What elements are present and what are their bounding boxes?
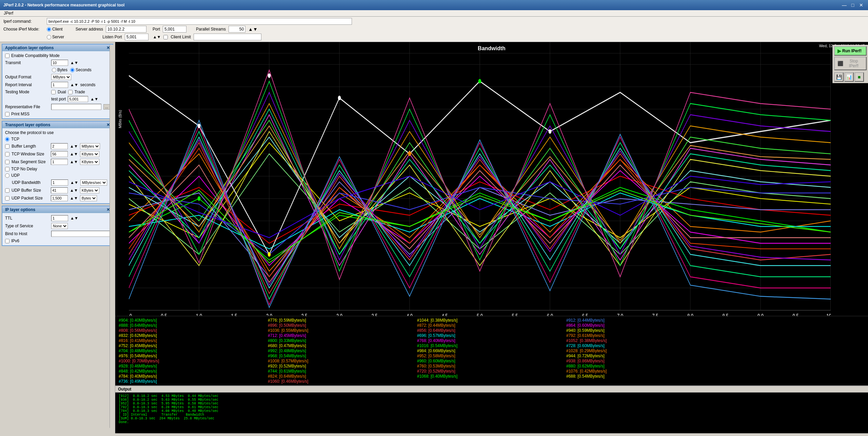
app-layer-header: Application layer options ✕ xyxy=(2,44,113,51)
parallel-streams-input[interactable] xyxy=(229,26,245,33)
window-controls: — □ ✕ xyxy=(841,2,865,8)
maximize-button[interactable]: □ xyxy=(849,2,856,8)
ubuf-spinner[interactable]: ▲▼ xyxy=(70,188,78,193)
tcp-row: TCP xyxy=(5,137,110,141)
stat-872: #872: [0.44MBytes/s] xyxy=(417,323,566,328)
window-title: JPerf 2.0.2 - Network performance measur… xyxy=(3,3,124,7)
svg-text:7.5: 7.5 xyxy=(652,313,658,316)
udp-bandwidth-input[interactable] xyxy=(51,179,68,186)
udp-radio[interactable] xyxy=(5,173,9,178)
seconds-radio[interactable]: Seconds xyxy=(70,68,92,72)
transmit-unit-row: Bytes Seconds xyxy=(5,68,110,72)
buffer-length-unit[interactable]: MBytes xyxy=(80,143,100,149)
run-button[interactable]: ▶ Run IPerf! xyxy=(834,46,867,56)
udp-packet-input[interactable] xyxy=(51,195,68,201)
udp-buffer-checkbox[interactable] xyxy=(5,188,9,193)
server-address-input[interactable] xyxy=(106,26,146,33)
left-scrollbar[interactable] xyxy=(110,45,115,428)
svg-point-71 xyxy=(268,73,271,78)
ttl-input[interactable] xyxy=(51,215,68,221)
max-seg-checkbox[interactable] xyxy=(5,160,9,164)
rep-file-input[interactable] xyxy=(51,104,101,110)
stat-752: #752: [0.45MBytes/s] xyxy=(119,343,268,348)
menu-jperf[interactable]: JPerf xyxy=(2,10,15,16)
y-axis-label: MBits (B/s) xyxy=(118,110,122,128)
spinner-icon[interactable]: ▲▼ xyxy=(153,35,161,39)
udp-buffer-unit[interactable]: KBytes xyxy=(80,187,99,193)
svg-point-73 xyxy=(478,79,481,83)
stat-824: #824: [0.64MBytes/s] xyxy=(268,374,417,379)
tcp-window-unit[interactable]: KBytes xyxy=(80,151,99,157)
max-seg-input[interactable] xyxy=(51,159,68,165)
test-port-spinner[interactable]: ▲▼ xyxy=(90,97,98,101)
output-content[interactable]: [912] 0.0-10.2 sec 4.53 MBytes 0.44 MByt… xyxy=(115,393,868,433)
trade-checkbox[interactable] xyxy=(68,90,73,94)
tw-spinner[interactable]: ▲▼ xyxy=(70,152,78,156)
transmit-input[interactable] xyxy=(51,60,68,66)
ms-spinner[interactable]: ▲▼ xyxy=(70,159,78,164)
tcp-nodelay-checkbox[interactable] xyxy=(5,167,9,171)
stat-976: #976: [0.54MBytes/s] xyxy=(119,354,268,358)
title-bar: JPerf 2.0.2 - Network performance measur… xyxy=(0,0,868,10)
bytes-radio[interactable]: Bytes xyxy=(52,68,67,72)
test-port-input[interactable] xyxy=(68,96,88,102)
save-icon-button[interactable]: 💾 xyxy=(834,72,844,82)
tcp-window-input[interactable] xyxy=(51,151,68,157)
udp-buffer-input[interactable] xyxy=(51,187,68,193)
stat-800: #800: [0.33MBytes/s] xyxy=(268,338,417,343)
stat-808: #808: [0.56MBytes/s] xyxy=(119,328,268,333)
stat-896: #896: [0.50MBytes/s] xyxy=(268,323,417,328)
bandwidth-svg: 1.15 1.10 1.05 1.00 0.95 0.90 0.85 0.80 … xyxy=(129,42,831,316)
max-seg-row: Max Segment Size ▲▼ KBytes xyxy=(5,159,110,165)
buffer-length-input[interactable] xyxy=(51,143,68,149)
close-button[interactable]: ✕ xyxy=(858,2,865,8)
stat-938: #938: [0.86MBytes/s] xyxy=(566,359,715,363)
iperf-command-input[interactable] xyxy=(47,18,352,25)
server-mode-radio[interactable]: Server xyxy=(47,35,64,39)
max-seg-unit[interactable]: KBytes xyxy=(80,159,99,165)
svg-text:6.5: 6.5 xyxy=(582,313,588,316)
dual-checkbox[interactable] xyxy=(51,90,56,94)
tos-row: Type of Service None xyxy=(5,223,110,229)
ttl-row: TTL ▲▼ xyxy=(5,215,110,221)
tcp-window-checkbox[interactable] xyxy=(5,152,9,156)
client-mode-radio[interactable]: Client xyxy=(47,27,63,32)
settings-icon-button[interactable]: ■ xyxy=(854,72,864,82)
output-format-select[interactable]: MBytes KBytes GBytes xyxy=(51,74,71,80)
print-mss-checkbox[interactable] xyxy=(5,112,9,116)
svg-text:1.0: 1.0 xyxy=(196,313,202,316)
client-limit-checkbox[interactable] xyxy=(163,35,168,39)
bind-host-input[interactable] xyxy=(51,231,110,237)
udp-packet-unit[interactable]: Bytes xyxy=(80,195,97,201)
stat-1008: #1008: [0.57MBytes/s] xyxy=(268,359,417,363)
chart-icon-button[interactable]: 📊 xyxy=(844,72,854,82)
bind-host-row: Bind to Host xyxy=(5,231,110,237)
tcp-radio[interactable] xyxy=(5,137,9,141)
buffer-length-checkbox[interactable] xyxy=(5,144,9,149)
stat-1000: #1000: [0.70MBytes/s] xyxy=(119,359,268,363)
up-spinner[interactable]: ▲▼ xyxy=(70,196,78,201)
ttl-spinner[interactable]: ▲▼ xyxy=(70,216,78,221)
bl-spinner[interactable]: ▲▼ xyxy=(70,144,78,149)
stop-button[interactable]: ⬛ Stop IPerf! xyxy=(834,57,867,70)
svg-text:0.5: 0.5 xyxy=(161,313,167,316)
bandwidth-graph: Wed, 12 Oct 2016 11:36:47 Bandwidth 1.15… xyxy=(115,42,868,316)
ub-spinner[interactable]: ▲▼ xyxy=(70,180,78,185)
svg-text:7.0: 7.0 xyxy=(617,313,623,316)
udp-packet-checkbox[interactable] xyxy=(5,196,9,201)
parallel-streams-spinner[interactable]: ▲▼ xyxy=(248,26,258,32)
minimize-button[interactable]: — xyxy=(841,2,848,8)
ri-spinner[interactable]: ▲▼ xyxy=(70,82,78,87)
ipv6-checkbox[interactable] xyxy=(5,239,9,243)
udp-bandwidth-unit[interactable]: MBytes/sec xyxy=(80,179,107,186)
enable-compat-checkbox[interactable] xyxy=(5,54,9,58)
listen-port-input[interactable] xyxy=(125,34,149,40)
client-limit-input[interactable] xyxy=(194,34,261,40)
transmit-spinner[interactable]: ▲▼ xyxy=(70,60,78,65)
port-input[interactable] xyxy=(163,26,186,33)
report-interval-input[interactable] xyxy=(51,82,68,88)
stat-1052: #1052: [0.38MBytes/s] xyxy=(566,338,715,343)
stat-1076: #1076: [0.42MBytes/s] xyxy=(566,369,715,374)
browse-button[interactable]: ... xyxy=(103,104,110,110)
tos-select[interactable]: None xyxy=(51,223,68,229)
